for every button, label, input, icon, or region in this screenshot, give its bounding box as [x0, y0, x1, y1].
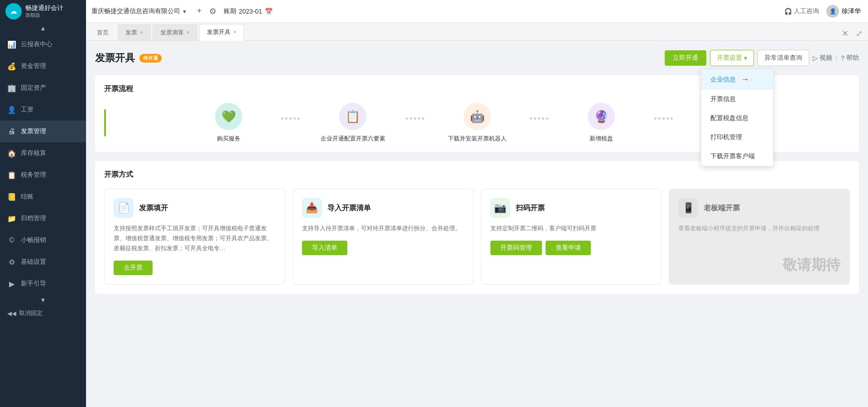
page-header: 发票开具 待开通 立即开通 开票设置 ▾ 异常清单查询 ▷ 视频 [95, 50, 859, 66]
dropdown-item-download-client[interactable]: 下载开票客户端 [701, 147, 773, 166]
flow-connector-3 [518, 117, 560, 120]
buy-step-icon: 💚 [215, 103, 242, 130]
dropdown-item-tax-config[interactable]: 配置税盘信息 [701, 109, 773, 128]
boss-desc: 查看老板端小程序提交的开票申请，并作出相应的处理 [678, 223, 840, 233]
import-button[interactable]: 导入清单 [302, 241, 347, 255]
import-method-icon: 📥 [302, 198, 322, 218]
help-button[interactable]: ? 帮助 [841, 54, 859, 62]
page-title: 发票开具 待开通 [95, 51, 162, 65]
content-area: 首页 发票 × 发票测算 × 发票开具 × ✕ ⤢ [86, 23, 868, 407]
tab-close-fapiao[interactable]: × [140, 29, 143, 36]
logo-area: ☁ 畅捷通好会计 旗舰版 [0, 0, 86, 23]
header-actions: 立即开通 开票设置 ▾ 异常清单查询 ▷ 视频 | ? [665, 50, 859, 66]
sidebar-item-xiaochang[interactable]: © 小畅报销 [0, 229, 86, 251]
sidebar-item-salary[interactable]: 👤 工资 [0, 99, 86, 121]
add-icon[interactable]: + [197, 6, 202, 16]
sidebar-scroll-up[interactable]: ▲ [0, 23, 86, 34]
user-info[interactable]: 👤 徐泽华 [826, 5, 861, 18]
assets-icon: 🏢 [7, 83, 16, 92]
method-card-boss: 📱 老板端开票 查看老板端小程序提交的开票申请，并作出相应的处理 敬请期待 [669, 189, 850, 285]
guide-icon: ▶ [7, 279, 16, 288]
consult-button[interactable]: 🎧 人工咨询 [784, 7, 819, 15]
tab-close-fapiao-calc[interactable]: × [187, 29, 190, 36]
sidebar-unpin-button[interactable]: ◀◀ 取消固定 [0, 305, 86, 321]
dropdown-item-printer[interactable]: 打印机管理 [701, 128, 773, 147]
sidebar-item-settings[interactable]: ⚙ 基础设置 [0, 251, 86, 273]
sidebar-item-reports[interactable]: 📊 云报表中心 [0, 34, 86, 55]
flow-connector-4 [643, 117, 685, 120]
tab-fapiao-calc[interactable]: 发票测算 × [153, 24, 197, 40]
tab-fapiao-kaiju[interactable]: 发票开具 × [199, 24, 244, 41]
top-bar-right: 🎧 人工咨询 👤 徐泽华 [784, 5, 861, 18]
scan-qr-button[interactable]: 开票码管理 [490, 241, 542, 255]
salary-icon: 👤 [7, 105, 16, 114]
sidebar-item-guide[interactable]: ▶ 新手引导 [0, 273, 86, 295]
flow-step-area-1 [104, 109, 187, 136]
inventory-icon: 🏠 [7, 149, 16, 158]
play-icon: ▷ [813, 54, 818, 62]
method-card-import-header: 📥 导入开票清单 [302, 198, 464, 218]
archive-icon: 📁 [7, 214, 16, 223]
invoice-icon: 🖨 [7, 127, 16, 136]
flow-step-config: 📋 企业开通配置开票六要素 [312, 103, 394, 143]
headset-icon: 🎧 [784, 8, 792, 15]
flow-left-bar [104, 109, 106, 136]
method-card-manual: 📄 发票填开 支持按照发票样式手工填开发票；可开具增值税电子普通发票、增值税普通… [104, 189, 285, 285]
main-area: ▲ 📊 云报表中心 💰 资金管理 🏢 固定资产 👤 工资 🖨 发票管理 [0, 23, 868, 407]
methods-section-title: 开票方式 [104, 170, 850, 179]
dropdown-arrow-icon: ▾ [744, 54, 747, 62]
tab-fapiao[interactable]: 发票 × [118, 24, 151, 40]
scan-method-icon: 📷 [490, 198, 510, 218]
manual-desc: 支持按照发票样式手工填开发票；可开具增值税电子普通发票、增值税普通发票、增值税专… [114, 223, 276, 253]
reports-icon: 📊 [7, 40, 16, 49]
close-window-button[interactable]: ✕ [840, 27, 850, 40]
tab-home[interactable]: 首页 [90, 25, 116, 40]
help-icon: ? [841, 54, 844, 62]
settings-dropdown-menu: 企业信息 → 开票信息 配置税盘信息 打印机管理 [701, 69, 773, 166]
video-button[interactable]: ▷ 视频 [813, 54, 832, 62]
download-step-icon: 🤖 [464, 103, 491, 130]
settings-icon[interactable]: ⚙ [209, 6, 216, 16]
dropdown-item-invoice-info[interactable]: 开票信息 [701, 90, 773, 109]
config-step-icon: 📋 [339, 103, 366, 130]
flow-step-buy: 💚 购买服务 [187, 103, 270, 143]
method-cards: 📄 发票填开 支持按照发票样式手工填开发票；可开具增值税电子普通发票、增值税普通… [104, 189, 850, 285]
scan-desc: 支持定制开票二维码，客户端可扫码开票 [490, 223, 652, 233]
sidebar-item-inventory[interactable]: 🏠 库存核算 [0, 142, 86, 164]
flow-step-taxdisk: 🔮 新增税盘 [560, 103, 643, 143]
taxdisk-step-icon: 🔮 [588, 103, 615, 130]
red-arrow-icon: → [741, 75, 749, 84]
flow-connector-2 [394, 117, 436, 120]
method-card-boss-header: 📱 老板端开票 [678, 198, 840, 218]
sidebar-item-assets[interactable]: 🏢 固定资产 [0, 77, 86, 99]
manual-go-button[interactable]: 去开票 [114, 261, 153, 275]
chevron-down-icon: ▾ [183, 8, 186, 15]
exception-button[interactable]: 异常清单查询 [758, 50, 809, 66]
boss-method-icon: 📱 [678, 198, 698, 218]
sidebar-item-tax[interactable]: 📋 税务管理 [0, 164, 86, 186]
tab-close-fapiao-kaiju[interactable]: × [233, 29, 236, 35]
method-card-scan-header: 📷 扫码开票 [490, 198, 652, 218]
manual-method-icon: 📄 [114, 198, 134, 218]
tab-bar: 首页 发票 × 发票测算 × 发票开具 × ✕ ⤢ [86, 23, 868, 41]
dropdown-item-company-info[interactable]: 企业信息 → [701, 69, 773, 90]
logo-text: 畅捷通好会计 旗舰版 [25, 4, 63, 18]
settings-button[interactable]: 开票设置 ▾ [710, 50, 754, 66]
activate-button[interactable]: 立即开通 [665, 50, 706, 66]
sidebar-item-finance[interactable]: 💰 资金管理 [0, 55, 86, 77]
unpin-icon: ◀◀ [7, 310, 16, 317]
sidebar-item-archive[interactable]: 📁 归档管理 [0, 208, 86, 229]
flow-step-download: 🤖 下载并安装开票机器人 [436, 103, 518, 143]
scan-view-button[interactable]: 查看申请 [546, 241, 591, 255]
flow-connector-1 [270, 117, 312, 120]
finance-icon: 💰 [7, 62, 16, 71]
calendar-icon[interactable]: 📅 [265, 8, 273, 15]
sidebar-item-invoice[interactable]: 🖨 发票管理 [0, 121, 86, 142]
maximize-window-button[interactable]: ⤢ [854, 27, 864, 40]
method-card-manual-header: 📄 发票填开 [114, 198, 276, 218]
sidebar-item-account[interactable]: 📒 结账 [0, 186, 86, 208]
company-selector[interactable]: 重庆畅捷交通信息咨询有限公司 ▾ [86, 7, 192, 15]
sidebar-scroll-down[interactable]: ▼ [0, 295, 86, 305]
method-card-scan: 📷 扫码开票 支持定制开票二维码，客户端可扫码开票 开票码管理 查看申请 [481, 189, 662, 285]
method-card-import: 📥 导入开票清单 支持导入待开票清单，可对待开票清单进行拆分、合并处理。 导入清… [293, 189, 474, 285]
